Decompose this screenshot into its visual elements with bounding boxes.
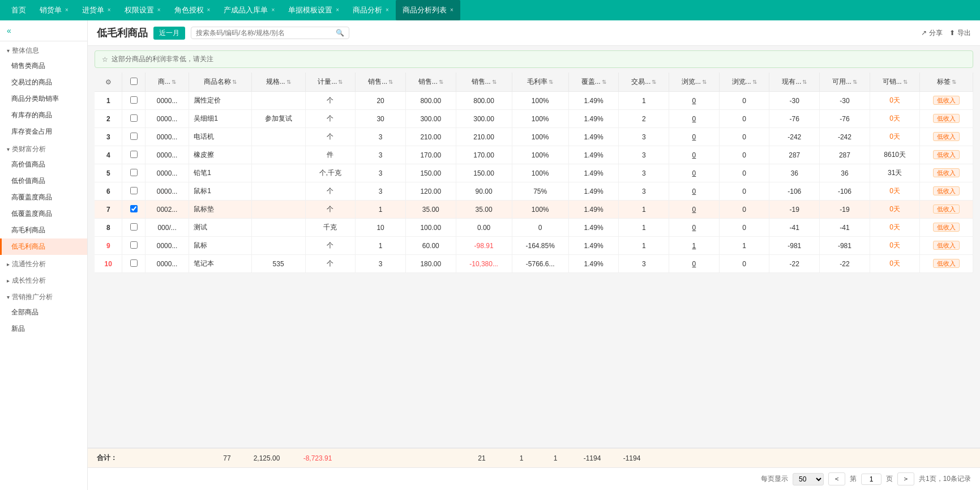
row-checkbox[interactable] — [130, 114, 138, 122]
sidebar-item-all-products[interactable]: 全部商品 — [0, 304, 87, 321]
col-gross-rate[interactable]: 毛利率⇅ — [512, 73, 568, 92]
search-input[interactable] — [196, 29, 336, 37]
row-gross-rate: 100% — [512, 110, 568, 128]
row-view1[interactable]: 0 — [669, 146, 720, 164]
col-code[interactable]: 商...⇅ — [145, 73, 189, 92]
col-sales-qty[interactable]: 销售...⇅ — [356, 73, 406, 92]
row-view1[interactable]: 1 — [669, 237, 720, 255]
col-trade[interactable]: 交易...⇅ — [619, 73, 669, 92]
row-checkbox[interactable] — [130, 96, 138, 104]
export-button[interactable]: ⬆ 导出 — [949, 28, 971, 38]
row-checkbox[interactable] — [130, 241, 138, 249]
col-name[interactable]: 商品名称⇅ — [189, 73, 251, 92]
nav-sales-order-close[interactable]: × — [65, 0, 69, 20]
prev-page-button[interactable]: ＜ — [828, 472, 845, 485]
row-checkbox-cell[interactable] — [122, 255, 145, 273]
nav-product-warehouse[interactable]: 产成品入库单 × — [217, 0, 281, 20]
select-all-checkbox[interactable] — [130, 78, 138, 85]
sidebar-item-sales-products[interactable]: 销售类商品 — [0, 58, 87, 74]
sidebar-item-low-margin[interactable]: 低毛利商品 — [0, 238, 87, 255]
row-checkbox[interactable] — [130, 259, 138, 267]
row-view1[interactable]: 0 — [669, 92, 720, 110]
row-checkbox-cell[interactable] — [122, 110, 145, 128]
nav-template-settings-close[interactable]: × — [336, 0, 339, 20]
table-container: ⚙ 商...⇅ 商品名称⇅ 规格...⇅ 计量...⇅ 销售...⇅ 销售...… — [88, 73, 980, 448]
sidebar-item-high-margin[interactable]: 高毛利商品 — [0, 222, 87, 238]
sidebar-group-growth[interactable]: ▸ 成长性分析 — [0, 271, 87, 288]
page-input[interactable] — [861, 474, 881, 485]
sidebar-group-overall[interactable]: ▾ 整体信息 — [0, 41, 87, 58]
sidebar-item-inventory-capital[interactable]: 库存资金占用 — [0, 123, 87, 140]
row-checkbox[interactable] — [130, 187, 138, 194]
nav-home[interactable]: 首页 — [5, 0, 33, 20]
sidebar-item-low-value[interactable]: 低价值商品 — [0, 173, 87, 189]
row-checkbox[interactable] — [130, 133, 138, 140]
sidebar-collapse-btn[interactable]: « — [5, 24, 14, 37]
nav-role-auth-close[interactable]: × — [207, 0, 211, 20]
search-icon[interactable]: 🔍 — [336, 29, 344, 37]
col-tag[interactable]: 标签⇅ — [920, 73, 973, 92]
nav-product-warehouse-close[interactable]: × — [271, 0, 275, 20]
sidebar-group-marketing[interactable]: ▾ 营销推广分析 — [0, 288, 87, 304]
nav-role-auth[interactable]: 角色授权 × — [168, 0, 217, 20]
row-available: -106 — [820, 182, 870, 201]
nav-permissions-close[interactable]: × — [157, 0, 161, 20]
page-size-select[interactable]: 50 100 200 — [793, 473, 824, 485]
sidebar-item-low-coverage[interactable]: 低覆盖度商品 — [0, 206, 87, 222]
nav-sales-order[interactable]: 销货单 × — [33, 0, 75, 20]
next-page-button[interactable]: ＞ — [897, 472, 914, 485]
sidebar-item-high-value[interactable]: 高价值商品 — [0, 156, 87, 173]
col-current[interactable]: 现有...⇅ — [769, 73, 820, 92]
row-view1[interactable]: 0 — [669, 201, 720, 219]
col-view1[interactable]: 浏览...⇅ — [669, 73, 720, 92]
row-checkbox[interactable] — [130, 223, 138, 231]
time-filter-button[interactable]: 近一月 — [153, 27, 185, 40]
settings-gear-icon[interactable]: ⚙ — [103, 76, 114, 88]
row-view1[interactable]: 0 — [669, 128, 720, 146]
col-spec[interactable]: 规格...⇅ — [251, 73, 305, 92]
sidebar-group-wealth[interactable]: ▾ 类财富分析 — [0, 140, 87, 156]
sidebar-group-circulation[interactable]: ▸ 流通性分析 — [0, 255, 87, 271]
sidebar-item-new-products[interactable]: 新品 — [0, 321, 87, 337]
nav-product-analysis-list[interactable]: 商品分析列表 × — [396, 0, 460, 20]
row-checkbox-cell[interactable] — [122, 146, 145, 164]
col-sellable[interactable]: 可销...⇅ — [870, 73, 920, 92]
row-checkbox[interactable] — [130, 205, 138, 212]
row-checkbox-cell[interactable] — [122, 92, 145, 110]
nav-product-analysis-close[interactable]: × — [386, 0, 389, 20]
row-view1[interactable]: 0 — [669, 182, 720, 201]
row-checkbox-cell[interactable] — [122, 128, 145, 146]
table-row: 6 0000... 鼠标1 个 3 120.00 90.00 75% 1.49%… — [95, 182, 973, 201]
nav-product-analysis-list-close[interactable]: × — [450, 0, 453, 20]
nav-purchase-order-close[interactable]: × — [108, 0, 111, 20]
row-checkbox-cell[interactable] — [122, 182, 145, 201]
col-sales-price[interactable]: 销售...⇅ — [405, 73, 456, 92]
sidebar-item-high-coverage[interactable]: 高覆盖度商品 — [0, 189, 87, 206]
row-view1[interactable]: 0 — [669, 255, 720, 273]
col-unit[interactable]: 计量...⇅ — [305, 73, 356, 92]
col-sales-profit[interactable]: 销售...⇅ — [456, 73, 512, 92]
row-view1[interactable]: 0 — [669, 110, 720, 128]
share-button[interactable]: ↗ 分享 — [921, 28, 943, 38]
nav-permissions[interactable]: 权限设置 × — [118, 0, 168, 20]
col-coverage[interactable]: 覆盖...⇅ — [568, 73, 619, 92]
nav-product-analysis[interactable]: 商品分析 × — [346, 0, 396, 20]
col-available[interactable]: 可用...⇅ — [820, 73, 870, 92]
row-view1[interactable]: 0 — [669, 164, 720, 182]
sidebar-item-traded-products[interactable]: 交易过的商品 — [0, 74, 87, 91]
row-checkbox[interactable] — [130, 151, 138, 158]
nav-purchase-order[interactable]: 进货单 × — [75, 0, 118, 20]
sidebar-item-inventory-products[interactable]: 有库存的商品 — [0, 107, 87, 123]
row-checkbox[interactable] — [130, 169, 138, 176]
col-checkbox[interactable] — [122, 73, 145, 92]
row-checkbox-cell[interactable] — [122, 219, 145, 237]
notice-text: 这部分商品的利润非常低，请关注 — [112, 54, 213, 64]
col-view2[interactable]: 浏览...⇅ — [719, 73, 769, 92]
row-view1[interactable]: 0 — [669, 219, 720, 237]
col-settings[interactable]: ⚙ — [95, 73, 122, 92]
row-checkbox-cell[interactable] — [122, 237, 145, 255]
nav-template-settings[interactable]: 单据模板设置 × — [281, 0, 346, 20]
row-checkbox-cell[interactable] — [122, 201, 145, 219]
sidebar-item-category-rate[interactable]: 商品分类助销率 — [0, 91, 87, 107]
row-checkbox-cell[interactable] — [122, 164, 145, 182]
